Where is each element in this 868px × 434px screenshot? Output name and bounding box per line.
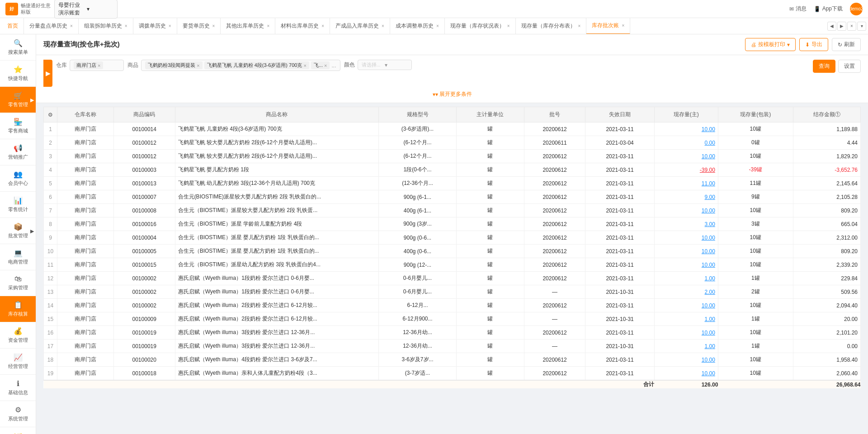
row-qty-main[interactable]: 10.00 — [654, 326, 718, 340]
row-qty-main[interactable]: 10.00 — [654, 367, 718, 381]
sidebar-item-retail[interactable]: 🛒 零售管理 ▶ — [0, 87, 36, 113]
close-icon[interactable]: × — [125, 24, 127, 28]
row-qty-main[interactable]: 11.00 — [654, 177, 718, 190]
refresh-button[interactable]: ↻ 刷新 — [832, 38, 861, 51]
close-icon[interactable]: × — [507, 24, 510, 28]
col-batch: 批号 — [524, 107, 585, 123]
close-icon[interactable]: × — [436, 24, 439, 28]
tab-cailiaochuku[interactable]: 材料出库单历史 × — [275, 18, 330, 34]
row-qty-main[interactable]: 1.00 — [654, 272, 718, 285]
tab-diaobodanls[interactable]: 调拨单历史 × — [133, 18, 177, 34]
template-print-button[interactable]: 🖨 按模板打印 ▾ — [745, 38, 796, 51]
sidebar-item-operations[interactable]: 📈 经营管理 — [0, 349, 36, 375]
table-row: 9 南岸门店 00100004 合生元（BIOSTIME）派星 婴儿配方奶粉 1… — [44, 231, 861, 245]
row-qty-main[interactable]: 2.00 — [654, 285, 718, 299]
row-qty-main[interactable]: 1.00 — [654, 312, 718, 326]
table-row: 17 南岸门店 00100019 惠氏启赋（Wyeth illuma）3段奶粉 … — [44, 340, 861, 353]
sidebar-item-members[interactable]: 👥 会员中心 — [0, 165, 36, 192]
row-qty-pack: 10罐 — [718, 123, 793, 136]
warehouse-filter-tags[interactable]: 南岸门店 × — [70, 60, 124, 71]
row-qty-main[interactable]: 1.00 — [654, 340, 718, 353]
row-qty-main[interactable]: 9.00 — [654, 190, 718, 204]
close-icon[interactable]: × — [70, 24, 73, 28]
col-name: 商品名称 — [175, 107, 378, 123]
row-qty-main[interactable]: 10.00 — [654, 353, 718, 367]
row-qty-main[interactable]: 10.00 — [654, 258, 718, 272]
close-icon[interactable]: × — [321, 24, 324, 28]
message-button[interactable]: ✉ 消息 — [789, 5, 807, 13]
expand-sidebar-button[interactable]: ▶ — [43, 60, 52, 87]
row-qty-main[interactable]: 10.00 — [654, 231, 718, 245]
sidebar-item-inventory[interactable]: 📋 库存核算 — [0, 296, 36, 322]
tab-xiancunliang2[interactable]: 现存量（库存分布表）× — [516, 18, 587, 34]
row-qty-main[interactable]: 10.00 — [654, 245, 718, 258]
row-amount: 1,189.88 — [793, 123, 860, 136]
expand-more-button[interactable]: ▾▾ 展开更多条件 — [433, 90, 472, 98]
color-filter-input[interactable]: 请选择... ▾ — [358, 60, 412, 70]
row-qty-main[interactable]: 0.00 — [654, 136, 718, 150]
row-qty-pack: 10罐 — [718, 231, 793, 245]
sidebar-item-system[interactable]: ⚙ 系统管理 — [0, 401, 36, 427]
product-filter-tags[interactable]: 飞鹤奶粉3段闻两提装 × 飞鹤星飞帆 儿童奶粉 4段(3-6岁适用) 700克 … — [141, 60, 340, 71]
sidebar-item-purchase[interactable]: 🛍 采购管理 — [0, 270, 36, 296]
col-expire: 失效日期 — [585, 107, 654, 123]
tab-zuzhangchaixie[interactable]: 组装拆卸单历史 × — [79, 18, 133, 34]
sidebar-item-search[interactable]: 🔍 搜索菜单 — [0, 34, 36, 61]
nav-menu[interactable]: ▾ — [857, 22, 866, 31]
close-icon[interactable]: × — [267, 24, 269, 28]
print-icon: 🖨 — [751, 42, 756, 48]
row-qty-main[interactable]: 10.00 — [654, 299, 718, 312]
row-qty-main[interactable]: 10.00 — [654, 123, 718, 136]
product-tag-3-close[interactable]: × — [324, 63, 327, 68]
sidebar-item-collab[interactable]: 🤝 企业协同 — [0, 427, 36, 434]
tab-home[interactable]: 首页 — [2, 18, 24, 34]
export-button[interactable]: ⬇ 导出 — [799, 38, 828, 51]
sidebar-item-basic[interactable]: ℹ 基础信息 — [0, 375, 36, 401]
row-amount: 809.20 — [793, 245, 860, 258]
tab-chenben[interactable]: 成本调整单历史 × — [390, 18, 445, 34]
sidebar-item-retailshop[interactable]: 🏪 零售商城 — [0, 113, 36, 139]
tab-fenliangpandian[interactable]: 分量盘点单历史 × — [24, 18, 79, 34]
row-qty-main[interactable]: 3.00 — [654, 217, 718, 231]
row-qty-main[interactable]: 10.00 — [654, 150, 718, 163]
sidebar-item-marketing[interactable]: 📢 营销推广 — [0, 139, 36, 165]
close-icon[interactable]: × — [578, 24, 581, 28]
tab-chanchengpin[interactable]: 产成品入库单历史 × — [330, 18, 390, 34]
nav-prev-arrow[interactable]: ◀ — [827, 22, 836, 31]
nav-close-all[interactable]: × — [847, 22, 856, 31]
row-code: 00100002 — [113, 285, 175, 299]
row-name: 惠氏启赋（Wyeth illuma）亲和人体儿童配方奶粉4段（3... — [175, 367, 378, 381]
sidebar-item-wholesale[interactable]: 📦 批发管理 ▶ — [0, 218, 36, 244]
tab-yaohuo[interactable]: 要货单历史 × — [177, 18, 221, 34]
close-icon[interactable]: × — [212, 24, 215, 28]
row-qty-main[interactable]: 10.00 — [654, 204, 718, 217]
row-qty-pack: 2罐 — [718, 285, 793, 299]
row-code: 00100019 — [113, 340, 175, 353]
settings-col-header[interactable]: ⚙ — [44, 107, 57, 123]
tab-xiancunliang1[interactable]: 现存量（库存状况表）× — [445, 18, 516, 34]
sidebar-item-finance[interactable]: 💰 资金管理 — [0, 322, 36, 349]
close-icon[interactable]: × — [622, 23, 624, 28]
tab-qitachuku[interactable]: 其他出库单历史 × — [221, 18, 275, 34]
row-expire: 2021-03-11 — [585, 163, 654, 177]
sidebar-item-quicknav[interactable]: ⭐ 快捷导航 — [0, 61, 36, 87]
sidebar-item-retailstats[interactable]: 📊 零售统计 — [0, 192, 36, 218]
warehouse-selector[interactable]: 母婴行业演示账套 ▾ — [54, 0, 118, 19]
avatar[interactable]: demo2 — [850, 3, 863, 15]
product-tag-2-close[interactable]: × — [303, 63, 306, 68]
top-bar: 好 畅捷通好生意 标版 母婴行业演示账套 ▾ ✉ 消息 📱 App下载 demo… — [0, 0, 868, 18]
nav-next-arrow[interactable]: ▶ — [837, 22, 846, 31]
close-icon[interactable]: × — [169, 24, 171, 28]
sidebar-item-ecommerce[interactable]: 💻 电商管理 — [0, 244, 36, 270]
app-download-button[interactable]: 📱 App下载 — [814, 5, 843, 13]
product-tag-1-close[interactable]: × — [197, 63, 199, 68]
product-filter-group: 商品 飞鹤奶粉3段闻两提装 × 飞鹤星飞帆 儿童奶粉 4段(3-6岁适用) 70… — [127, 60, 340, 71]
row-amount: 2,105.28 — [793, 190, 860, 204]
row-qty-main[interactable]: -39.00 — [654, 163, 718, 177]
query-button[interactable]: 查询 — [813, 60, 835, 73]
settings-button[interactable]: 设置 — [838, 60, 861, 73]
warehouse-tag-close[interactable]: × — [98, 63, 100, 68]
tab-kucunpici[interactable]: 库存批次账 × — [586, 18, 630, 34]
close-icon[interactable]: × — [382, 24, 384, 28]
info-icon: ℹ — [2, 379, 34, 388]
